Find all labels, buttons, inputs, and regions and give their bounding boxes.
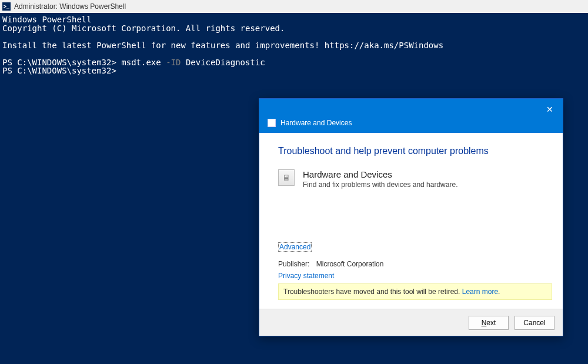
item-title: Hardware and Devices bbox=[303, 169, 457, 179]
console-output[interactable]: Windows PowerShell Copyright (C) Microso… bbox=[0, 13, 588, 78]
item-description: Find and fix problems with devices and h… bbox=[303, 181, 457, 189]
window-title: Administrator: Windows PowerShell bbox=[14, 2, 126, 11]
console-line: Install the latest PowerShell for new fe… bbox=[2, 41, 443, 50]
dialog-title: Hardware and Devices bbox=[280, 119, 352, 127]
notice-text: Troubleshooters have moved and this tool… bbox=[283, 288, 462, 296]
publisher-value: Microsoft Corporation bbox=[316, 260, 384, 268]
dialog-header-icon bbox=[268, 119, 276, 127]
next-button[interactable]: Next bbox=[469, 316, 509, 330]
cancel-button[interactable]: Cancel bbox=[514, 316, 554, 330]
troubleshooter-dialog: ✕ Hardware and Devices Troubleshoot and … bbox=[259, 98, 563, 336]
notice-suffix: . bbox=[498, 288, 500, 296]
troubleshooter-item: 🖥 Hardware and Devices Find and fix prob… bbox=[278, 169, 544, 189]
dialog-heading: Troubleshoot and help prevent computer p… bbox=[278, 146, 544, 156]
retirement-notice: Troubleshooters have moved and this tool… bbox=[278, 283, 552, 300]
dialog-titlebar[interactable]: ✕ Hardware and Devices bbox=[259, 99, 563, 133]
close-icon: ✕ bbox=[546, 105, 553, 114]
hardware-devices-icon: 🖥 bbox=[278, 169, 295, 186]
publisher-row: Publisher: Microsoft Corporation bbox=[278, 260, 383, 268]
privacy-statement-link[interactable]: Privacy statement bbox=[278, 272, 334, 280]
powershell-icon: >_ bbox=[2, 2, 11, 11]
advanced-link[interactable]: Advanced bbox=[278, 242, 312, 252]
console-prompt: PS C:\WINDOWS\system32> bbox=[2, 66, 116, 75]
publisher-label: Publisher: bbox=[278, 260, 309, 268]
close-button[interactable]: ✕ bbox=[543, 102, 557, 116]
console-line: Copyright (C) Microsoft Corporation. All… bbox=[2, 24, 285, 33]
learn-more-link[interactable]: Learn more bbox=[462, 288, 498, 296]
window-titlebar: >_ Administrator: Windows PowerShell bbox=[0, 0, 588, 13]
dialog-footer: Next Cancel bbox=[259, 309, 563, 336]
dialog-body: Troubleshoot and help prevent computer p… bbox=[259, 133, 563, 309]
